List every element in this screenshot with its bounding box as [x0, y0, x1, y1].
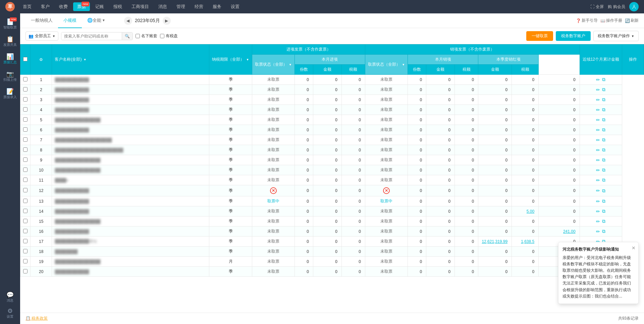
- nav-client[interactable]: 客户: [37, 2, 54, 11]
- row-12m[interactable]: 241.00: [539, 226, 580, 237]
- copy-icon[interactable]: ⧉: [602, 107, 605, 113]
- nav-operation[interactable]: 经营: [191, 2, 207, 11]
- digital-account-op-btn[interactable]: 税务数字账户操作 ▼: [593, 31, 639, 41]
- edit-icon[interactable]: ✏: [596, 199, 600, 204]
- edit-icon[interactable]: ✏: [596, 117, 600, 123]
- edit-icon[interactable]: ✏: [596, 137, 600, 143]
- copy-icon[interactable]: ⧉: [602, 127, 605, 133]
- employee-select[interactable]: 👥 全部员工 ▼: [25, 31, 58, 41]
- edit-icon[interactable]: ✏: [596, 147, 600, 153]
- nav-charge[interactable]: 收费: [55, 2, 72, 11]
- notice-close-btn[interactable]: ✕: [632, 244, 636, 252]
- row-checkbox[interactable]: [23, 188, 28, 192]
- copy-icon[interactable]: ⧉: [602, 147, 605, 153]
- nav-settings[interactable]: 设置: [227, 2, 244, 11]
- tax-policy-link[interactable]: 📋 税务政策: [25, 316, 48, 321]
- select-all-checkbox[interactable]: [23, 57, 28, 61]
- fullscreen-btn[interactable]: ⛶ 全屏: [590, 4, 604, 10]
- row-checkbox[interactable]: [23, 97, 28, 102]
- copy-icon[interactable]: ⧉: [602, 137, 605, 143]
- sidebar-item-scan[interactable]: 📷 扫描上传: [1, 68, 19, 84]
- nav-message[interactable]: 消息: [154, 2, 171, 11]
- row-checkbox[interactable]: [23, 107, 28, 112]
- copy-icon[interactable]: ⧉: [602, 229, 605, 234]
- client-filter-icon[interactable]: ▼: [84, 58, 87, 61]
- row-checkbox[interactable]: [23, 269, 28, 273]
- row-checkbox[interactable]: [23, 87, 28, 91]
- edit-icon[interactable]: ✏: [596, 157, 600, 163]
- next-month-btn[interactable]: ▶: [163, 17, 171, 25]
- tax-disk-checkbox[interactable]: [160, 34, 164, 38]
- out-status-filter-icon[interactable]: ▼: [402, 63, 405, 66]
- nav-manage[interactable]: 管理: [172, 2, 189, 11]
- edit-icon[interactable]: ✏: [596, 229, 600, 234]
- edit-icon[interactable]: ✏: [596, 168, 600, 173]
- digital-account-btn[interactable]: 税务数字账户: [556, 31, 591, 41]
- copy-icon[interactable]: ⧉: [602, 167, 605, 173]
- row-cumul-tax[interactable]: 1,638.5: [512, 237, 539, 247]
- row-checkbox[interactable]: [23, 147, 28, 152]
- edit-icon[interactable]: ✏: [596, 127, 600, 133]
- copy-icon[interactable]: ⧉: [602, 87, 605, 92]
- row-checkbox[interactable]: [23, 157, 28, 162]
- copy-icon[interactable]: ⧉: [602, 97, 605, 103]
- edit-icon[interactable]: ✏: [596, 188, 600, 193]
- nav-tax[interactable]: 报税: [109, 2, 126, 11]
- edit-icon[interactable]: ✏: [596, 97, 600, 103]
- nav-service[interactable]: 服务: [209, 2, 225, 11]
- search-button[interactable]: 🔍: [122, 33, 132, 40]
- sidebar-item-open-invoice[interactable]: 📋 发票开具: [1, 34, 19, 50]
- tax-disk-checkbox-label[interactable]: 有税盘: [160, 33, 178, 39]
- member-btn[interactable]: 购 购会员: [608, 4, 625, 10]
- tab-small[interactable]: 小规模: [58, 13, 82, 28]
- row-cumul-amount[interactable]: 12,621,319.99: [478, 237, 512, 247]
- copy-icon[interactable]: ⧉: [602, 198, 605, 204]
- row-checkbox[interactable]: [23, 168, 28, 172]
- refresh-btn[interactable]: 🔄 刷新: [625, 18, 639, 23]
- nav-home[interactable]: 首页: [19, 2, 36, 11]
- one-click-fetch-btn[interactable]: 一键取票: [526, 31, 553, 41]
- ledger-checkbox[interactable]: [136, 34, 140, 38]
- sidebar-item-config[interactable]: ⚙ 设置: [1, 305, 19, 321]
- new-guide-btn[interactable]: ❓ 新手引导: [576, 18, 598, 23]
- copy-icon[interactable]: ⧉: [602, 117, 605, 123]
- row-checkbox[interactable]: [23, 137, 28, 142]
- edit-icon[interactable]: ✏: [596, 219, 600, 224]
- edit-icon[interactable]: ✏: [596, 77, 600, 82]
- row-checkbox[interactable]: [23, 259, 28, 263]
- row-checkbox[interactable]: [23, 117, 28, 122]
- prev-month-btn[interactable]: ◀: [124, 17, 132, 25]
- row-checkbox[interactable]: [23, 77, 28, 81]
- row-checkbox[interactable]: [23, 249, 28, 253]
- nav-accounting[interactable]: 记账: [91, 2, 108, 11]
- edit-icon[interactable]: ✏: [596, 107, 600, 113]
- copy-icon[interactable]: ⧉: [602, 157, 605, 163]
- row-checkbox[interactable]: [23, 229, 28, 233]
- copy-icon[interactable]: ⧉: [602, 77, 605, 82]
- sidebar-item-smart-ticket[interactable]: 📄 智能取票 new: [1, 16, 19, 32]
- period-filter-icon[interactable]: ▼: [246, 58, 249, 61]
- row-checkbox[interactable]: [23, 199, 28, 203]
- row-cumul-tax[interactable]: 5.00: [512, 206, 539, 216]
- edit-icon[interactable]: ✏: [596, 87, 600, 92]
- tab-all[interactable]: 🌐 全能 ▼: [82, 13, 111, 28]
- in-status-filter-icon[interactable]: ▼: [289, 63, 292, 66]
- row-checkbox[interactable]: [23, 209, 28, 213]
- avatar[interactable]: 人: [629, 2, 639, 11]
- ledger-checkbox-label[interactable]: 名下账套: [136, 33, 157, 39]
- nav-business[interactable]: 工商项目: [127, 2, 153, 11]
- sidebar-item-summary[interactable]: 📊 票据汇总: [1, 51, 19, 67]
- tab-general[interactable]: 一般纳税人: [25, 13, 58, 28]
- row-checkbox[interactable]: [23, 127, 28, 132]
- edit-icon[interactable]: ✏: [596, 178, 600, 183]
- copy-icon[interactable]: ⧉: [602, 188, 605, 194]
- sidebar-item-msg[interactable]: 💬 消息: [1, 289, 19, 305]
- sidebar-item-entry[interactable]: 📝 票据录入: [1, 86, 19, 102]
- nav-invoice[interactable]: 票据 new: [73, 2, 90, 11]
- row-checkbox[interactable]: [23, 178, 28, 182]
- copy-icon[interactable]: ⧉: [602, 218, 605, 224]
- copy-icon[interactable]: ⧉: [602, 208, 605, 214]
- copy-icon[interactable]: ⧉: [602, 177, 605, 183]
- edit-icon[interactable]: ✏: [596, 209, 600, 214]
- row-checkbox[interactable]: [23, 239, 28, 243]
